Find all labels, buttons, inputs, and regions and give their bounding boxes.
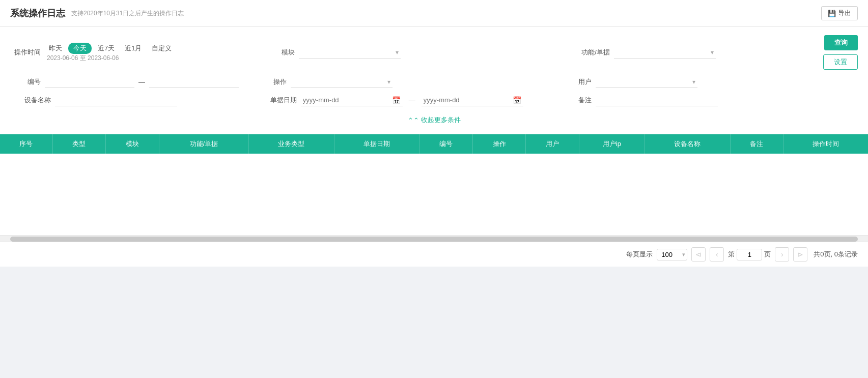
page-input-wrap: 第 页 xyxy=(728,249,771,260)
col-header: 编号 xyxy=(419,134,472,154)
remark-label: 备注 xyxy=(551,96,592,105)
next-page-button[interactable]: › xyxy=(775,247,789,261)
page-size-label: 每页显示 xyxy=(626,250,653,259)
prev-page-button[interactable]: ‹ xyxy=(710,247,724,261)
number-to-input[interactable] xyxy=(149,76,239,88)
page-subtitle: 支持2020年10月31日之后产生的操作日志 xyxy=(71,9,184,18)
number-from-input[interactable] xyxy=(45,76,134,88)
filter-row-2: 编号 — 操作 ▾ 用户 ▾ xyxy=(10,76,858,88)
table-container: 序号类型模块功能/单据业务类型单据日期编号操作用户用户ip设备名称备注操作时间 xyxy=(0,134,868,236)
action-buttons: 查询 设置 xyxy=(823,35,858,70)
operation-label: 操作 xyxy=(256,77,287,86)
date-to-input[interactable] xyxy=(422,94,523,106)
remark-filter-block: 备注 xyxy=(551,94,797,106)
col-header: 操作 xyxy=(472,134,525,154)
device-input[interactable] xyxy=(55,94,177,106)
date-to-wrap: 📅 xyxy=(422,94,523,106)
col-header: 单据日期 xyxy=(334,134,419,154)
module-select[interactable] xyxy=(299,46,401,59)
time-btn-1month[interactable]: 近1月 xyxy=(121,43,146,54)
date-label: 单据日期 xyxy=(256,96,297,105)
user-select[interactable] xyxy=(596,76,697,88)
user-select-wrapper: ▾ xyxy=(596,76,697,88)
export-button[interactable]: 💾 导出 xyxy=(821,6,858,20)
page-number-input[interactable] xyxy=(737,249,762,260)
filter-row-3: 设备名称 单据日期 📅 — 📅 备注 xyxy=(10,94,858,106)
function-label: 功能/单据 xyxy=(569,48,610,57)
function-filter-block: 功能/单据 ▾ xyxy=(569,46,823,59)
module-filter-block: 模块 ▾ xyxy=(264,46,569,59)
first-page-button[interactable]: ⊲ xyxy=(691,247,706,261)
time-label: 操作时间 xyxy=(10,48,41,57)
function-select-wrapper: ▾ xyxy=(614,46,716,59)
col-header: 业务类型 xyxy=(249,134,334,154)
filter-row-1: 操作时间 昨天 今天 近7天 近1月 自定义 2023-06-06 至 2023… xyxy=(10,35,858,70)
page-label: 第 xyxy=(728,250,735,259)
number-label: 编号 xyxy=(10,77,41,86)
user-label: 用户 xyxy=(551,77,592,86)
scrollbar-track[interactable] xyxy=(0,236,868,242)
col-header: 功能/单据 xyxy=(159,134,248,154)
header-left: 系统操作日志 支持2020年10月31日之后产生的操作日志 xyxy=(10,7,184,19)
operation-filter-block: 操作 ▾ xyxy=(256,76,551,88)
time-filter-group: 昨天 今天 近7天 近1月 自定义 xyxy=(45,43,176,54)
module-select-wrapper: ▾ xyxy=(299,46,401,59)
table-header-row: 序号类型模块功能/单据业务类型单据日期编号操作用户用户ip设备名称备注操作时间 xyxy=(0,134,868,154)
scrollbar-thumb[interactable] xyxy=(10,237,858,242)
col-header: 操作时间 xyxy=(783,134,868,154)
collapse-label: 收起更多条件 xyxy=(421,115,461,125)
page-unit: 页 xyxy=(764,250,771,259)
export-icon: 💾 xyxy=(828,10,836,17)
col-header: 模块 xyxy=(106,134,159,154)
date-group: 📅 — 📅 xyxy=(301,94,523,106)
col-header: 用户ip xyxy=(579,134,645,154)
last-page-button[interactable]: ⊳ xyxy=(793,247,807,261)
table-header: 序号类型模块功能/单据业务类型单据日期编号操作用户用户ip设备名称备注操作时间 xyxy=(0,134,868,154)
date-dash: — xyxy=(409,97,415,104)
page-size-wrapper: 100 50 200 ▾ xyxy=(657,249,687,260)
total-text: 共0页, 0条记录 xyxy=(814,250,858,259)
time-btn-yesterday[interactable]: 昨天 xyxy=(45,43,66,54)
col-header: 备注 xyxy=(730,134,783,154)
module-label: 模块 xyxy=(264,48,295,57)
date-from-input[interactable] xyxy=(301,94,403,106)
table-body xyxy=(0,154,868,236)
page-title: 系统操作日志 xyxy=(10,7,65,19)
device-label: 设备名称 xyxy=(10,96,51,105)
page-header: 系统操作日志 支持2020年10月31日之后产生的操作日志 💾 导出 xyxy=(0,0,868,27)
time-filter-block: 操作时间 昨天 今天 近7天 近1月 自定义 2023-06-06 至 2023… xyxy=(10,43,264,63)
function-select[interactable] xyxy=(614,46,716,59)
time-range-text: 2023-06-06 至 2023-06-06 xyxy=(47,54,176,63)
col-header: 设备名称 xyxy=(645,134,730,154)
remark-input[interactable] xyxy=(596,94,718,106)
collapse-button[interactable]: ⌃⌃ 收起更多条件 xyxy=(408,115,461,125)
empty-tip xyxy=(0,154,868,236)
data-table: 序号类型模块功能/单据业务类型单据日期编号操作用户用户ip设备名称备注操作时间 xyxy=(0,134,868,236)
col-header: 类型 xyxy=(52,134,105,154)
time-btn-7days[interactable]: 近7天 xyxy=(94,43,119,54)
col-header: 序号 xyxy=(0,134,52,154)
number-filter-block: 编号 — xyxy=(10,76,256,88)
date-filter-block: 单据日期 📅 — 📅 xyxy=(256,94,551,106)
empty-row xyxy=(0,154,868,236)
filter-area: 操作时间 昨天 今天 近7天 近1月 自定义 2023-06-06 至 2023… xyxy=(0,27,868,134)
collapse-chevron-icon: ⌃⌃ xyxy=(408,117,419,124)
operation-select-wrapper: ▾ xyxy=(291,76,393,88)
query-button[interactable]: 查询 xyxy=(824,35,858,50)
col-header: 用户 xyxy=(526,134,579,154)
number-dash: — xyxy=(138,78,145,86)
device-filter-block: 设备名称 xyxy=(10,94,256,106)
user-filter-block: 用户 ▾ xyxy=(551,76,797,88)
settings-button[interactable]: 设置 xyxy=(823,54,858,70)
pagination-bar: 每页显示 100 50 200 ▾ ⊲ ‹ 第 页 › ⊳ 共0页, 0条记录 xyxy=(0,242,868,267)
operation-select[interactable] xyxy=(291,76,393,88)
page-size-select[interactable]: 100 50 200 xyxy=(657,249,687,260)
export-label: 导出 xyxy=(838,9,851,18)
date-from-wrap: 📅 xyxy=(301,94,403,106)
time-btn-today[interactable]: 今天 xyxy=(68,43,92,54)
time-btn-custom[interactable]: 自定义 xyxy=(148,43,176,54)
collapse-bar: ⌃⌃ 收起更多条件 xyxy=(10,112,858,129)
